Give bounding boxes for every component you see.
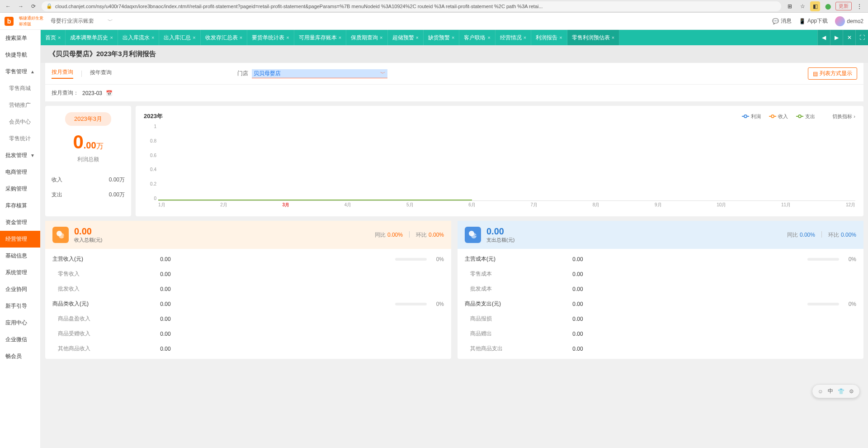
user-menu[interactable]: demo2 [835, 16, 863, 26]
tab[interactable]: 保质期查询× [346, 30, 387, 45]
tabs-scroll-left[interactable]: ◀ [817, 30, 830, 45]
date-value[interactable]: 2023-03 [82, 90, 102, 96]
close-icon[interactable]: × [58, 35, 61, 40]
close-icon[interactable]: × [286, 35, 289, 40]
tab[interactable]: 收发存汇总表× [201, 30, 247, 45]
sidebar-item[interactable]: 零售管理▲ [0, 63, 40, 80]
sidebar-item[interactable]: 经营管理 [0, 231, 40, 248]
tab[interactable]: 出入库流水× [118, 30, 159, 45]
sidebar-item[interactable]: 营销推广 [0, 97, 40, 114]
sidebar-item[interactable]: 系统管理 [0, 264, 40, 281]
close-icon[interactable]: × [524, 35, 526, 40]
detail-row: 商品类收入(元)0.000% [52, 296, 444, 311]
close-icon[interactable]: × [380, 35, 382, 40]
tab[interactable]: 可用量库存账本× [294, 30, 346, 45]
tab[interactable]: 客户联络× [459, 30, 495, 45]
filter-bar: 按月查询 按年查询 门店 贝贝母婴店 ﹀ ▤ 列表方式显示 [45, 63, 863, 85]
list-display-button[interactable]: ▤ 列表方式显示 [808, 67, 857, 80]
ext3-icon[interactable]: ⬤ [823, 1, 833, 11]
close-icon[interactable]: × [110, 35, 113, 40]
sidebar-item[interactable]: 企业微信 [0, 331, 40, 348]
sidebar-item[interactable]: 应用中心 [0, 315, 40, 331]
close-icon[interactable]: × [339, 35, 341, 40]
ime-widget[interactable]: ☺ 中 👕 ⚙ [812, 384, 860, 398]
switch-indicator[interactable]: 切换指标 › [832, 113, 855, 120]
sidebar-item[interactable]: 搜索菜单 [0, 30, 40, 47]
close-icon[interactable]: × [452, 35, 454, 40]
browser-actions: ⊞ ☆ ◧ ⬤ 更新 ⋮ [785, 1, 864, 11]
chevron-down-icon: ﹀ [108, 17, 113, 25]
sidebar-item[interactable]: 畅会员 [0, 348, 40, 365]
close-icon[interactable]: × [193, 35, 195, 40]
tab[interactable]: 成本调整单历史× [66, 30, 118, 45]
detail-row: 商品受赠收入0.00 [52, 326, 444, 341]
expense-panel: − 0.00 支出总额(元) 同比0.00% 环比0.00% 主营成本(元)0.… [458, 221, 863, 359]
sidebar-item[interactable]: 库存核算 [0, 197, 40, 214]
tabs-close-all[interactable]: ✕ [843, 30, 855, 45]
tab-by-month[interactable]: 按月查询 [52, 68, 73, 79]
close-icon[interactable]: × [559, 35, 562, 40]
chart-plot[interactable]: 10.80.60.40.20 1月2月3月4月5月6月7月8月9月10月11月1… [144, 124, 855, 210]
sidebar-item[interactable]: 企业协同 [0, 281, 40, 298]
income-sub: 收入总额(元) [74, 237, 102, 243]
reload-button[interactable]: ⟳ [29, 2, 38, 11]
store-selector[interactable]: 门店 贝贝母婴店 ﹀ [237, 69, 387, 78]
star-icon[interactable]: ☆ [797, 1, 807, 11]
legend-income[interactable]: 收入 [769, 113, 788, 120]
tab[interactable]: 超储预警× [388, 30, 424, 45]
update-button[interactable]: 更新 [835, 2, 852, 10]
extension-icon[interactable]: ⊞ [785, 1, 795, 11]
smiley-icon: ☺ [818, 388, 823, 395]
messages-link[interactable]: 💬 消息 [772, 17, 792, 25]
ime-mode[interactable]: 中 [828, 387, 833, 395]
shirt-icon[interactable]: 👕 [838, 388, 844, 395]
sidebar-item[interactable]: 零售商城 [0, 80, 40, 97]
calendar-icon[interactable]: 📅 [106, 90, 113, 96]
sidebar: 搜索菜单快捷导航零售管理▲零售商城营销推广会员中心零售统计批发管理▼电商管理采购… [0, 30, 41, 448]
divider [81, 71, 82, 77]
forward-button[interactable]: → [16, 2, 25, 11]
url-bar[interactable]: 🔒 cloud.chanjet.com/nsy/u400r74daqxn/ior… [42, 1, 781, 11]
sidebar-item[interactable]: 采购管理 [0, 181, 40, 197]
tab[interactable]: 缺货预警× [424, 30, 459, 45]
close-icon[interactable]: × [487, 35, 490, 40]
chart-line-expense [158, 200, 472, 200]
sidebar-item[interactable]: 电商管理 [0, 164, 40, 181]
sidebar-item[interactable]: 快捷导航 [0, 47, 40, 63]
close-icon[interactable]: × [612, 35, 614, 40]
logo[interactable]: b [5, 17, 14, 26]
tab[interactable]: 出入库汇总× [159, 30, 200, 45]
sidebar-item[interactable]: 批发管理▼ [0, 147, 40, 164]
progress-bar [807, 303, 839, 305]
sidebar-item[interactable]: 资金管理 [0, 214, 40, 231]
close-icon[interactable]: × [416, 35, 419, 40]
tabs-scroll-right[interactable]: ▶ [830, 30, 843, 45]
account-selector[interactable]: 母婴行业演示账套 ﹀ [51, 17, 113, 25]
ext2-icon[interactable]: ◧ [810, 1, 820, 11]
sidebar-item[interactable]: 会员中心 [0, 114, 40, 130]
store-value[interactable]: 贝贝母婴店 ﹀ [252, 69, 387, 78]
tab[interactable]: 经营情况× [495, 30, 531, 45]
sidebar-item[interactable]: 新手引导 [0, 298, 40, 315]
back-button[interactable]: ← [4, 2, 13, 11]
income-stat: 收入 0.00万 [52, 172, 125, 187]
app-download-link[interactable]: 📱 App下载 [799, 17, 828, 25]
detail-row: 批发成本0.00 [465, 281, 856, 296]
tab[interactable]: 零售利润预估表× [567, 30, 619, 45]
menu-icon[interactable]: ⋮ [854, 1, 864, 11]
close-icon[interactable]: × [151, 35, 154, 40]
legend-expense[interactable]: 支出 [796, 113, 815, 120]
close-icon[interactable]: × [240, 35, 242, 40]
tabs-fullscreen[interactable]: ⛶ [855, 30, 868, 45]
logo-icon: b [5, 17, 14, 26]
legend-profit[interactable]: 利润 [742, 113, 761, 120]
sidebar-item[interactable]: 零售统计 [0, 130, 40, 147]
tab[interactable]: 要货单统计表× [247, 30, 294, 45]
tab[interactable]: 利润报告× [531, 30, 567, 45]
tab-by-year[interactable]: 按年查询 [90, 69, 112, 78]
tab[interactable]: 首页× [41, 30, 66, 45]
sidebar-item[interactable]: 基础信息 [0, 248, 40, 264]
avatar [835, 16, 845, 26]
period-badge: 2023年3月 [65, 112, 111, 126]
gear-icon[interactable]: ⚙ [849, 388, 854, 395]
